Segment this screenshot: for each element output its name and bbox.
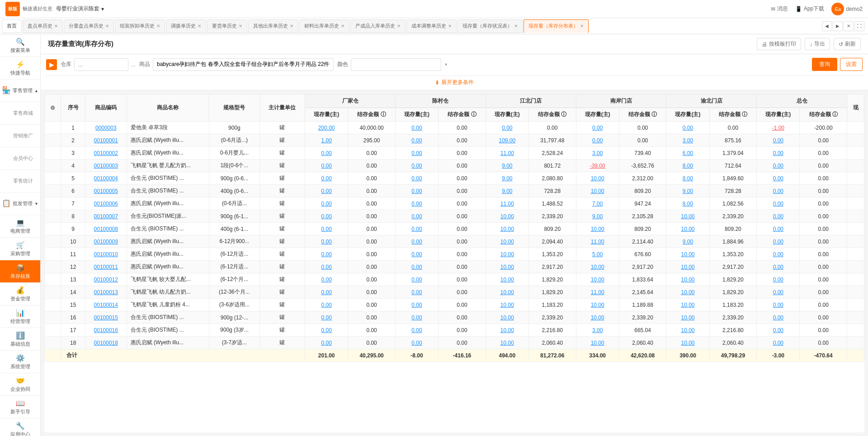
row-fac-qty[interactable]: 0.00 xyxy=(305,235,348,248)
row-fac-qty[interactable]: 0.00 xyxy=(305,159,348,172)
row-total-qty[interactable]: 0.00 xyxy=(757,197,800,210)
row-code[interactable]: 00100013 xyxy=(85,286,127,299)
tab-cbtz[interactable]: 成本调整单历史 ✕ xyxy=(406,19,457,33)
sidebar-item-appcenter[interactable]: 🔧 应用中心 xyxy=(0,418,40,436)
row-nanan-qty[interactable]: 7.00 xyxy=(576,197,619,210)
row-code[interactable]: 00100015 xyxy=(85,311,127,324)
sidebar-item-ecommerce[interactable]: 💻 电商管理 xyxy=(0,215,40,238)
row-yubei-qty[interactable]: 9.00 xyxy=(666,235,709,248)
row-nanan-qty[interactable]: 10.00 xyxy=(576,223,619,235)
sidebar-item-guide[interactable]: 📖 新手引导 xyxy=(0,396,40,418)
row-chen-qty[interactable]: 0.00 xyxy=(395,311,438,324)
row-total-qty[interactable]: -1.00 xyxy=(757,122,800,134)
print-btn[interactable]: 🖨 按模板打印 xyxy=(757,38,801,50)
row-yubei-qty[interactable]: 0.00 xyxy=(666,122,709,134)
row-nanan-qty[interactable]: 10.00 xyxy=(576,273,619,286)
close-ccruku-btn[interactable]: ✕ xyxy=(397,23,401,28)
row-nanan-qty[interactable]: 0.00 xyxy=(576,134,619,147)
row-nanan-qty[interactable]: 10.00 xyxy=(576,299,619,311)
sidebar-item-inventory[interactable]: 📦 库存核算 xyxy=(0,260,40,283)
row-total-qty[interactable]: 0.00 xyxy=(757,223,800,235)
row-jiangbei-qty[interactable]: 109.00 xyxy=(486,134,528,147)
row-fac-qty[interactable]: 0.00 xyxy=(305,248,348,261)
row-code[interactable]: 00100008 xyxy=(85,223,127,235)
row-code[interactable]: 00100012 xyxy=(85,273,127,286)
row-fac-qty[interactable]: 1.00 xyxy=(305,134,348,147)
row-yubei-qty[interactable]: 8.00 xyxy=(666,197,709,210)
row-jiangbei-qty[interactable]: 10.00 xyxy=(486,337,528,349)
row-yubei-qty[interactable]: 9.00 xyxy=(666,185,709,197)
row-jiangbei-qty[interactable]: 10.00 xyxy=(486,235,528,248)
search-toggle-btn[interactable]: ▶ xyxy=(46,59,57,70)
close-qtchuku-btn[interactable]: ✕ xyxy=(290,23,293,28)
row-code[interactable]: 00100001 xyxy=(85,134,127,147)
row-yubei-qty[interactable]: 10.00 xyxy=(666,337,709,349)
row-yubei-qty[interactable]: 6.00 xyxy=(666,147,709,159)
row-settings[interactable] xyxy=(45,147,61,159)
row-jiangbei-qty[interactable]: 10.00 xyxy=(486,248,528,261)
row-code[interactable]: 00100006 xyxy=(85,197,127,210)
user-item[interactable]: Ea demo2 xyxy=(831,3,863,15)
row-settings[interactable] xyxy=(45,248,61,261)
row-code[interactable]: 00100018 xyxy=(85,337,127,349)
row-jiangbei-qty[interactable]: 10.00 xyxy=(486,273,528,286)
close-cbtz-btn[interactable]: ✕ xyxy=(448,23,452,28)
row-code[interactable]: 00100002 xyxy=(85,147,127,159)
row-jiangbei-qty[interactable]: 10.00 xyxy=(486,324,528,337)
row-nanan-qty[interactable]: 10.00 xyxy=(576,337,619,349)
row-code[interactable]: 00100003 xyxy=(85,159,127,172)
row-total-qty[interactable]: 0.00 xyxy=(757,159,800,172)
row-total-qty[interactable]: 0.00 xyxy=(757,299,800,311)
tab-next-btn[interactable]: ▶ xyxy=(833,21,843,31)
row-total-qty[interactable]: 0.00 xyxy=(757,235,800,248)
sidebar-item-system[interactable]: ⚙️ 系统管理 xyxy=(0,351,40,373)
row-settings[interactable] xyxy=(45,159,61,172)
warehouse-ellipsis[interactable]: ... xyxy=(131,61,136,68)
row-settings[interactable] xyxy=(45,337,61,349)
row-chen-qty[interactable]: 0.00 xyxy=(395,261,438,273)
color-input[interactable] xyxy=(351,58,441,71)
row-settings[interactable] xyxy=(45,311,61,324)
tab-close-all-btn[interactable]: ✕ xyxy=(844,21,854,31)
row-jiangbei-qty[interactable]: 10.00 xyxy=(486,299,528,311)
row-fac-qty[interactable]: 0.00 xyxy=(305,185,348,197)
sidebar-item-marketing[interactable]: 营销推广 xyxy=(0,125,40,147)
row-code[interactable]: 00100011 xyxy=(85,261,127,273)
sidebar-item-quicknav[interactable]: ⚡ 快捷导航 xyxy=(0,57,40,80)
nav-selector[interactable]: 母婴行业演示陈套 ▾ xyxy=(56,5,104,13)
tab-yaohuo[interactable]: 要货单历史 ✕ xyxy=(207,19,247,33)
close-fenpandian-btn[interactable]: ✕ xyxy=(105,23,109,28)
row-jiangbei-qty[interactable]: 11.00 xyxy=(486,197,528,210)
row-nanan-qty[interactable]: 3.00 xyxy=(576,324,619,337)
close-xclkzk-btn[interactable]: ✕ xyxy=(514,23,518,28)
row-fac-qty[interactable]: 200.00 xyxy=(305,122,348,134)
row-nanan-qty[interactable]: 9.00 xyxy=(576,210,619,223)
row-yubei-qty[interactable]: 10.00 xyxy=(666,273,709,286)
row-yubei-qty[interactable]: 8.00 xyxy=(666,172,709,185)
row-yubei-qty[interactable]: 10.00 xyxy=(666,299,709,311)
row-fac-qty[interactable]: 0.00 xyxy=(305,147,348,159)
row-jiangbei-qty[interactable]: 10.00 xyxy=(486,223,528,235)
row-yubei-qty[interactable]: 10.00 xyxy=(666,248,709,261)
row-chen-qty[interactable]: 0.00 xyxy=(395,324,438,337)
row-code[interactable]: 00100010 xyxy=(85,248,127,261)
row-yubei-qty[interactable]: 10.00 xyxy=(666,223,709,235)
sidebar-item-finance[interactable]: 💰 资金管理 xyxy=(0,283,40,305)
row-total-qty[interactable]: 0.00 xyxy=(757,311,800,324)
row-code[interactable]: 0000003 xyxy=(85,122,127,134)
row-chen-qty[interactable]: 0.00 xyxy=(395,159,438,172)
row-chen-qty[interactable]: 0.00 xyxy=(395,185,438,197)
row-nanan-qty[interactable]: 10.00 xyxy=(576,311,619,324)
row-total-qty[interactable]: 0.00 xyxy=(757,248,800,261)
row-settings[interactable] xyxy=(45,299,61,311)
row-fac-qty[interactable]: 0.00 xyxy=(305,337,348,349)
row-fac-qty[interactable]: 0.00 xyxy=(305,210,348,223)
sidebar-item-retail[interactable]: 🏪 零售管理 ▲ xyxy=(0,80,40,102)
row-settings[interactable] xyxy=(45,324,61,337)
row-jiangbei-qty[interactable]: 10.00 xyxy=(486,210,528,223)
row-jiangbei-qty[interactable]: 9.00 xyxy=(486,172,528,185)
row-code[interactable]: 00100009 xyxy=(85,235,127,248)
row-fac-qty[interactable]: 0.00 xyxy=(305,261,348,273)
row-settings[interactable] xyxy=(45,122,61,134)
row-total-qty[interactable]: 0.00 xyxy=(757,172,800,185)
